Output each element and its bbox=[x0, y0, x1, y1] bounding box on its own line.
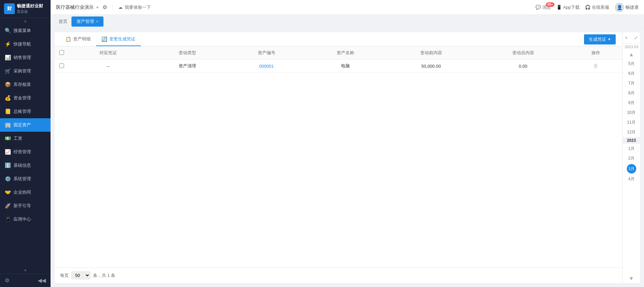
logo-subtitle: 普及版 bbox=[17, 9, 43, 14]
month-8[interactable]: 8月 bbox=[623, 88, 640, 98]
sidebar-item-search[interactable]: 🔍 搜索菜单 bbox=[0, 24, 51, 37]
right-panel-nav-up: ▲ bbox=[623, 50, 640, 59]
row-change-type: 资产清理 bbox=[148, 60, 227, 73]
sidebar-item-ledger[interactable]: 📒 总账管理 bbox=[0, 105, 51, 118]
table-row: -- 资产清理 000001 电脑 50,000.00 0.00 🗑 bbox=[55, 60, 622, 73]
sidebar-item-enterprise[interactable]: 🤝 企业协同 bbox=[0, 186, 51, 199]
settings-gear-icon[interactable]: ⚙ bbox=[102, 4, 107, 10]
sidebar-item-sales[interactable]: 📊 销售管理 bbox=[0, 51, 51, 64]
divider bbox=[113, 5, 113, 10]
company-dropdown-icon[interactable]: ▾ bbox=[96, 5, 98, 10]
sidebar-item-app-center[interactable]: 📱 应用中心 bbox=[0, 213, 51, 226]
search-icon: 🔍 bbox=[5, 28, 11, 34]
row-op: 🗑 bbox=[569, 60, 623, 73]
month-6[interactable]: 6月 bbox=[623, 69, 640, 78]
month-2023-1[interactable]: 1月 bbox=[623, 144, 640, 154]
sidebar-menu: 🔍 搜索菜单 ⚡ 快捷导航 📊 销售管理 🛒 采购管理 📦 库存核算 💰 资金管… bbox=[0, 24, 51, 267]
th-checkbox bbox=[55, 46, 69, 60]
right-panel: × ⤢ 2023.03 ▲ 5月 6月 7月 8月 9月 10月 11月 12月… bbox=[622, 32, 640, 283]
sidebar-item-salary[interactable]: 💵 工资 bbox=[0, 132, 51, 145]
sidebar-item-fixed-assets[interactable]: 🏢 固定资产 bbox=[0, 118, 51, 132]
experience-btn[interactable]: ☁ 我要体验一下 bbox=[118, 4, 151, 10]
sidebar-item-operations[interactable]: 📈 经营管理 bbox=[0, 145, 51, 159]
sidebar-label-quick-nav: 快捷导航 bbox=[13, 41, 31, 47]
table-area: 对应凭证 变动类型 资产编号 资产名称 变动前内容 变动后内容 操作 bbox=[55, 46, 622, 267]
sidebar-item-basic-info[interactable]: ℹ️ 基础信息 bbox=[0, 159, 51, 172]
content-area: 📋 资产明细 🔄 变更生成凭证 生成凭证 ▼ bbox=[51, 28, 644, 287]
right-panel-expand-btn[interactable]: ⤢ bbox=[634, 35, 638, 40]
right-panel-date: 2023.03 bbox=[623, 43, 640, 50]
row-checkbox[interactable] bbox=[59, 63, 64, 68]
content-wrapper: 📋 资产明细 🔄 变更生成凭证 生成凭证 ▼ bbox=[55, 32, 640, 283]
sidebar-label-basic-info: 基础信息 bbox=[13, 162, 31, 168]
messages-badge: 99+ bbox=[546, 2, 554, 7]
sidebar: 财 畅捷通好业财 普及版 ▲ 🔍 搜索菜单 ⚡ 快捷导航 📊 销售管理 🛒 采购… bbox=[0, 0, 51, 287]
sidebar-label-ledger: 总账管理 bbox=[13, 108, 31, 115]
collapse-icon[interactable]: ◀◀ bbox=[38, 277, 46, 284]
panel-scroll-up-btn[interactable]: ▲ bbox=[629, 52, 634, 58]
select-all-checkbox[interactable] bbox=[59, 50, 64, 55]
month-5[interactable]: 5月 bbox=[623, 59, 640, 69]
basic-info-icon: ℹ️ bbox=[5, 162, 11, 168]
app-download-btn[interactable]: 📱 App下载 bbox=[556, 4, 580, 10]
th-asset-code: 资产编号 bbox=[227, 46, 306, 60]
table-header-row: 对应凭证 变动类型 资产编号 资产名称 变动前内容 变动后内容 操作 bbox=[55, 46, 622, 60]
company-name: 医疗器械行业演示 bbox=[56, 4, 94, 10]
month-2023-2[interactable]: 2月 bbox=[623, 154, 640, 163]
headset-icon: 🎧 bbox=[585, 5, 590, 10]
month-7[interactable]: 7月 bbox=[623, 78, 640, 88]
avatar-icon: 👤 bbox=[617, 5, 622, 10]
settings-bottom-icon[interactable]: ⚙ bbox=[5, 277, 9, 284]
logo-title: 畅捷通好业财 bbox=[17, 3, 43, 9]
sidebar-item-quick-nav[interactable]: ⚡ 快捷导航 bbox=[0, 37, 51, 51]
row-after: 0.00 bbox=[477, 60, 569, 73]
row-asset-code: 000001 bbox=[227, 60, 306, 73]
generate-voucher-btn[interactable]: 生成凭证 ▼ bbox=[584, 34, 616, 44]
experience-label: 我要体验一下 bbox=[125, 4, 151, 10]
sub-tab-asset-detail[interactable]: 📋 资产明细 bbox=[60, 32, 96, 46]
tab-home[interactable]: 首页 bbox=[56, 17, 70, 26]
username: 畅捷通 bbox=[625, 4, 639, 10]
sidebar-item-funds[interactable]: 💰 资金管理 bbox=[0, 91, 51, 105]
month-12[interactable]: 12月 bbox=[623, 127, 640, 137]
nav-tabs: 首页 资产管理 × bbox=[51, 15, 644, 28]
year-2023-label: 2023 bbox=[623, 137, 640, 144]
sidebar-item-purchase[interactable]: 🛒 采购管理 bbox=[0, 64, 51, 78]
per-page-select[interactable]: 10 20 50 100 bbox=[71, 272, 90, 279]
th-change-type: 变动类型 bbox=[148, 46, 227, 60]
sales-icon: 📊 bbox=[5, 55, 11, 61]
main-area: 医疗器械行业演示 ▾ ⚙ ☁ 我要体验一下 💬 消息 99+ 📱 App下载 🎧… bbox=[51, 0, 644, 287]
messages-btn[interactable]: 💬 消息 99+ bbox=[535, 4, 551, 10]
sidebar-label-salary: 工资 bbox=[13, 135, 22, 141]
sidebar-item-system[interactable]: ⚙️ 系统管理 bbox=[0, 172, 51, 186]
data-table: 对应凭证 变动类型 资产编号 资产名称 变动前内容 变动后内容 操作 bbox=[55, 46, 622, 73]
month-2023-4[interactable]: 4月 bbox=[623, 174, 640, 184]
tab-close-icon[interactable]: × bbox=[96, 19, 98, 24]
right-panel-close-btn[interactable]: × bbox=[625, 35, 627, 40]
panel-scroll-down-btn[interactable]: ▼ bbox=[629, 276, 634, 282]
app-download-icon: 📱 bbox=[556, 5, 562, 10]
sidebar-logo: 财 畅捷通好业财 普及版 bbox=[0, 0, 51, 18]
th-voucher: 对应凭证 bbox=[69, 46, 148, 60]
tab-asset-management[interactable]: 资产管理 × bbox=[71, 17, 103, 27]
sidebar-item-inventory[interactable]: 📦 库存核算 bbox=[0, 78, 51, 91]
tab-asset-label: 资产管理 bbox=[76, 19, 94, 25]
row-before: 50,000.00 bbox=[385, 60, 477, 73]
sub-tabs: 📋 资产明细 🔄 变更生成凭证 生成凭证 ▼ bbox=[55, 32, 622, 46]
salary-icon: 💵 bbox=[5, 135, 11, 141]
sub-tab-change-voucher[interactable]: 🔄 变更生成凭证 bbox=[96, 32, 141, 46]
th-before: 变动前内容 bbox=[385, 46, 477, 60]
sidebar-scroll-up[interactable]: ▲ bbox=[23, 19, 27, 23]
month-9[interactable]: 9月 bbox=[623, 98, 640, 108]
user-profile[interactable]: 👤 畅捷通 bbox=[615, 3, 639, 12]
sidebar-scroll-down[interactable]: ▼ bbox=[23, 268, 27, 273]
month-10[interactable]: 10月 bbox=[623, 108, 640, 118]
online-service-btn[interactable]: 🎧 在线客服 bbox=[585, 4, 609, 10]
delete-row-icon[interactable]: 🗑 bbox=[593, 63, 599, 69]
month-11[interactable]: 11月 bbox=[623, 118, 640, 127]
month-2023-3-current[interactable]: 3月 bbox=[627, 164, 636, 173]
pagination: 每页 10 20 50 100 条，共 1 条 bbox=[55, 267, 622, 283]
right-panel-months: 5月 6月 7月 8月 9月 10月 11月 12月 2023 1月 2月 3月… bbox=[623, 59, 640, 274]
sidebar-item-guide[interactable]: 🚀 新手引导 bbox=[0, 199, 51, 213]
right-panel-nav-down: ▼ bbox=[623, 274, 640, 283]
